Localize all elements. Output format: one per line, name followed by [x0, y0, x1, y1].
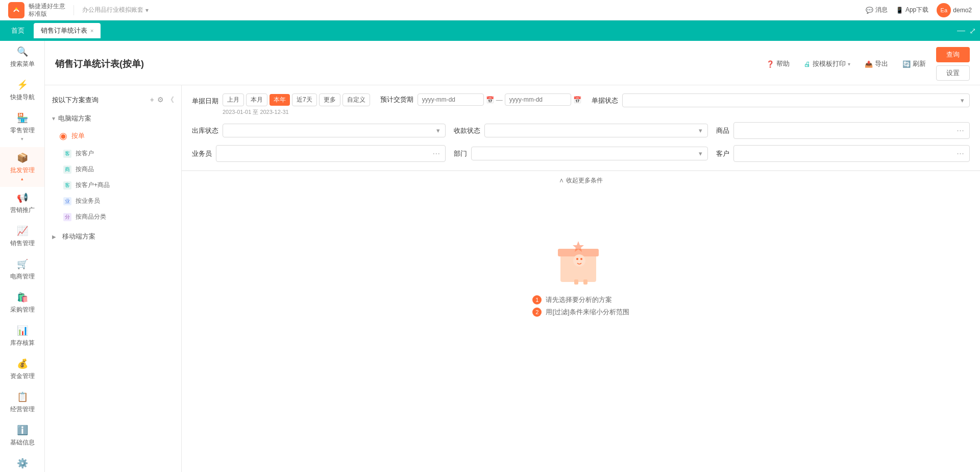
purchase-icon: 🛍️ [17, 292, 28, 303]
message-btn[interactable]: 💬 消息 [866, 6, 888, 14]
main-content: 🔍 搜索菜单 ⚡ 快捷导航 🏪 零售管理 ▾ 📦 批发管理 ▴ 📢 营销推广 📈… [0, 41, 980, 472]
sidebar-item-quicknav[interactable]: ⚡ 快捷导航 [0, 74, 44, 107]
mobile-expand-icon: ▶ [52, 234, 56, 240]
nav-sidebar: 🔍 搜索菜单 ⚡ 快捷导航 🏪 零售管理 ▾ 📦 批发管理 ▴ 📢 营销推广 📈… [0, 41, 45, 472]
date-btn-last-month[interactable]: 上月 [223, 93, 244, 106]
refresh-btn[interactable]: 🔄 刷新 [898, 57, 930, 70]
avatar: Ea [937, 3, 951, 17]
wholesale-icon: 📦 [17, 152, 28, 163]
order-status-dropdown-icon: ▾ [961, 97, 964, 104]
panel-actions: + ⚙ 《 [150, 96, 174, 105]
expected-date-start[interactable] [418, 93, 484, 106]
sidebar-item-basicinfo[interactable]: ℹ️ 基础信息 [0, 419, 44, 453]
panel-title: 按以下方案查询 [52, 96, 99, 105]
hint-num-1: 1 [532, 295, 542, 304]
download-icon: 📱 [896, 7, 903, 14]
scheme-item-by-customer-goods[interactable]: 客 按客户+商品 [45, 177, 181, 193]
retail-arrow: ▾ [21, 136, 23, 141]
salesman-label: 业务员 [192, 149, 212, 158]
tab-sales-order-summary[interactable]: 销售订单统计表 × [34, 23, 101, 38]
sidebar-item-sales[interactable]: 📈 销售管理 [0, 220, 44, 253]
help-btn[interactable]: ❓ 帮助 [762, 57, 794, 70]
dept-group: 部门 ▾ [454, 145, 707, 162]
tab-close-btn[interactable]: × [90, 28, 93, 34]
minimize-icon[interactable]: — [957, 26, 965, 36]
help-icon: ❓ [766, 60, 774, 68]
scheme-item-by-category[interactable]: 分 按商品分类 [45, 209, 181, 225]
print-dropdown-icon[interactable]: ▾ [848, 61, 850, 67]
sidebar-item-retail[interactable]: 🏪 零售管理 ▾ [0, 107, 44, 147]
goods-input[interactable]: ··· [733, 122, 970, 139]
date-btn-this-year[interactable]: 本年 [270, 94, 290, 106]
pc-section-expand-icon[interactable]: ▾ [52, 115, 55, 122]
date-btn-custom[interactable]: 自定义 [342, 93, 370, 106]
sidebar-item-ecommerce[interactable]: 🛒 电商管理 [0, 253, 44, 287]
scheme-settings-icon[interactable]: ⚙ [157, 96, 164, 105]
tab-bar: 首页 销售订单统计表 × — ⤢ [0, 20, 980, 41]
inventory-icon: 📊 [17, 325, 28, 336]
date-range-display: 2023-01-01 至 2023-12-31 [223, 108, 370, 116]
maximize-icon[interactable]: ⤢ [969, 26, 976, 36]
row3-filters: 业务员 ··· 部门 ▾ [192, 145, 970, 162]
scheme-list: ▾ 电脑端方案 ◉ 按单 客 按客户 商 按商品 [45, 111, 181, 244]
page-header-actions: ❓ 帮助 🖨 按模板打印 ▾ 📤 导出 🔄 刷新 查询 [762, 47, 970, 81]
date-dash: — [496, 96, 503, 104]
basicinfo-icon: ℹ️ [17, 424, 28, 436]
user-profile[interactable]: Ea demo2 [937, 3, 972, 17]
goods-scheme-icon: 商 [63, 166, 71, 174]
app-download-btn[interactable]: 📱 App下载 [896, 6, 928, 14]
empty-illustration [548, 231, 614, 287]
query-button[interactable]: 查询 [936, 47, 970, 62]
category-scheme-icon: 分 [63, 213, 71, 221]
dept-label: 部门 [454, 149, 467, 158]
export-btn[interactable]: 📤 导出 [861, 57, 892, 70]
app-title[interactable]: 办公用品行业模拟账套 ▾ [82, 6, 149, 14]
sidebar-item-marketing[interactable]: 📢 营销推广 [0, 187, 44, 220]
scheme-item-by-goods[interactable]: 商 按商品 [45, 161, 181, 177]
salesman-more-icon[interactable]: ··· [432, 148, 440, 159]
out-status-dropdown-icon: ▾ [436, 127, 440, 134]
goods-more-icon[interactable]: ··· [957, 125, 964, 136]
scheme-item-by-salesman[interactable]: 业 按业务员 [45, 193, 181, 209]
salesman-input[interactable]: ··· [216, 145, 446, 162]
sidebar-item-inventory[interactable]: 📊 库存核算 [0, 320, 44, 353]
sidebar-item-sysmanage[interactable]: ⚙️ 系统管理 [0, 453, 44, 472]
dept-select[interactable]: ▾ [471, 147, 707, 160]
customer-input[interactable]: ··· [733, 145, 970, 162]
settings-button[interactable]: 设置 [936, 65, 970, 81]
add-scheme-icon[interactable]: + [150, 96, 154, 105]
date-filter-group: 单据日期 上月 本月 本年 近7天 更多 自定义 20 [192, 93, 370, 116]
svg-point-4 [573, 254, 585, 267]
print-icon: 🖨 [804, 60, 811, 68]
sidebar-item-wholesale[interactable]: 📦 批发管理 ▴ [0, 147, 44, 187]
refresh-icon: 🔄 [902, 60, 911, 68]
collapse-bar[interactable]: ∧ 收起更多条件 [182, 171, 980, 190]
receive-status-select[interactable]: ▾ [484, 124, 707, 137]
date-btn-7days[interactable]: 近7天 [292, 93, 317, 106]
export-icon: 📤 [865, 60, 873, 68]
sidebar-item-search[interactable]: 🔍 搜索菜单 [0, 41, 44, 74]
scheme-item-by-order[interactable]: ◉ 按单 [45, 126, 181, 146]
sidebar-item-purchase[interactable]: 🛍️ 采购管理 [0, 287, 44, 320]
date-btn-more[interactable]: 更多 [319, 93, 340, 106]
print-btn[interactable]: 🖨 按模板打印 ▾ [800, 57, 854, 70]
out-status-group: 出库状态 ▾ [192, 122, 446, 139]
pc-section-label: 电脑端方案 [58, 114, 91, 123]
receive-status-dropdown-icon: ▾ [699, 127, 702, 134]
mobile-section[interactable]: ▶ 移动端方案 [45, 229, 181, 244]
order-status-select[interactable]: ▾ [622, 93, 970, 107]
collapse-panel-icon[interactable]: 《 [167, 96, 174, 105]
date-btn-this-month[interactable]: 本月 [246, 93, 267, 106]
out-status-select[interactable]: ▾ [223, 124, 446, 137]
salesman-scheme-icon: 业 [63, 197, 71, 205]
empty-state: 1 请先选择要分析的方案 2 用[过滤]条件来缩小分析范围 [182, 190, 980, 361]
active-scheme-icon: ◉ [59, 130, 67, 141]
order-status-group: 单据状态 ▾ [592, 93, 970, 107]
sidebar-item-management[interactable]: 📋 经营管理 [0, 386, 44, 419]
customer-more-icon[interactable]: ··· [957, 148, 964, 159]
sidebar-item-finance[interactable]: 💰 资金管理 [0, 353, 44, 386]
expected-date-end[interactable] [505, 93, 571, 106]
tab-home[interactable]: 首页 [4, 23, 32, 38]
scheme-item-by-customer[interactable]: 客 按客户 [45, 146, 181, 161]
title-dropdown-icon[interactable]: ▾ [145, 7, 149, 14]
